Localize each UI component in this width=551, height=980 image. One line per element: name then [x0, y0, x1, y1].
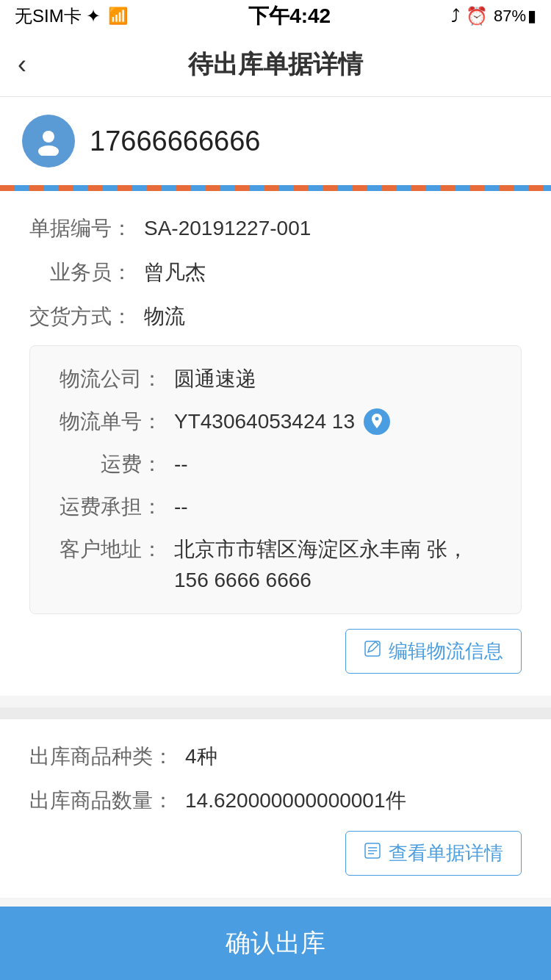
back-button[interactable]: ‹ [18, 49, 26, 80]
basic-info-section: 单据编号： SA-20191227-001 业务员： 曾凡杰 交货方式： 物流 … [0, 191, 551, 696]
product-types-label: 出库商品种类： [29, 741, 173, 772]
confirm-button-label: 确认出库 [226, 926, 325, 960]
tracking-number-row: 物流单号： YT43064053424 13 [52, 406, 499, 437]
freight-bearer-row: 运费承担： -- [52, 491, 499, 522]
list-icon [364, 842, 381, 865]
view-details-button[interactable]: 查看单据详情 [345, 831, 522, 876]
nav-bar: ‹ 待出库单据详情 [0, 32, 551, 97]
customer-phone: 17666666666 [90, 126, 260, 157]
logistics-company-value: 圆通速递 [174, 364, 499, 394]
status-right: ⤴ ⏰ 87% ▮ [451, 6, 536, 26]
sales-person-row: 业务员： 曾凡杰 [29, 257, 522, 288]
document-number-row: 单据编号： SA-20191227-001 [29, 213, 522, 244]
freight-bearer-label: 运费承担： [52, 491, 162, 522]
sales-person-value: 曾凡杰 [144, 257, 522, 288]
freight-bearer-value: -- [174, 491, 499, 522]
delivery-method-value: 物流 [144, 301, 522, 332]
address-row: 客户地址： 北京市市辖区海淀区永丰南 张，156 6666 6666 [52, 534, 499, 596]
product-types-row: 出库商品种类： 4种 [29, 741, 522, 772]
address-label: 客户地址： [52, 534, 162, 565]
status-left: 无SIM卡 ✦ 📶 [15, 4, 128, 28]
battery-icon: ▮ [527, 7, 536, 26]
sim-status: 无SIM卡 ✦ [15, 4, 101, 28]
freight-label: 运费： [52, 449, 162, 480]
product-types-value: 4种 [185, 741, 522, 772]
freight-row: 运费： -- [52, 449, 499, 480]
logistics-company-row: 物流公司： 圆通速递 [52, 364, 499, 394]
svg-point-1 [38, 145, 59, 156]
edit-icon [364, 640, 381, 663]
tracking-number-value: YT43064053424 13 [174, 406, 499, 437]
page-title: 待出库单据详情 [188, 48, 363, 82]
view-details-label: 查看单据详情 [389, 840, 503, 866]
product-quantity-label: 出库商品数量： [29, 785, 173, 816]
avatar [22, 115, 75, 167]
confirm-bar[interactable]: 确认出库 [0, 907, 551, 980]
map-location-icon[interactable] [364, 408, 390, 435]
tracking-number-label: 物流单号： [52, 406, 162, 437]
logistics-card: 物流公司： 圆通速递 物流单号： YT43064053424 13 运费： --… [29, 345, 522, 614]
product-quantity-row: 出库商品数量： 14.620000000000001件 [29, 785, 522, 816]
view-btn-row: 查看单据详情 [29, 831, 522, 876]
sales-person-label: 业务员： [29, 257, 132, 288]
edit-logistics-label: 编辑物流信息 [389, 638, 503, 664]
battery-indicator: 87% ▮ [494, 7, 536, 26]
product-info-section: 出库商品种类： 4种 出库商品数量： 14.620000000000001件 查… [0, 719, 551, 898]
edit-logistics-button[interactable]: 编辑物流信息 [345, 629, 522, 674]
logistics-company-label: 物流公司： [52, 364, 162, 394]
wifi-icon: 📶 [108, 7, 128, 26]
freight-value: -- [174, 449, 499, 480]
alarm-icon: ⏰ [466, 6, 488, 26]
document-number-label: 单据编号： [29, 213, 132, 244]
dashed-divider [0, 185, 551, 191]
document-number-value: SA-20191227-001 [144, 213, 522, 244]
location-status-icon: ⤴ [451, 6, 460, 26]
svg-point-0 [43, 131, 54, 143]
delivery-method-row: 交货方式： 物流 [29, 301, 522, 332]
customer-header: 17666666666 [0, 97, 551, 185]
status-time: 下午4:42 [248, 2, 331, 30]
edit-btn-row: 编辑物流信息 [29, 629, 522, 674]
status-bar: 无SIM卡 ✦ 📶 下午4:42 ⤴ ⏰ 87% ▮ [0, 0, 551, 32]
address-value: 北京市市辖区海淀区永丰南 张，156 6666 6666 [174, 534, 499, 596]
product-quantity-value: 14.620000000000001件 [185, 785, 522, 816]
separator [0, 707, 551, 719]
delivery-method-label: 交货方式： [29, 301, 132, 332]
